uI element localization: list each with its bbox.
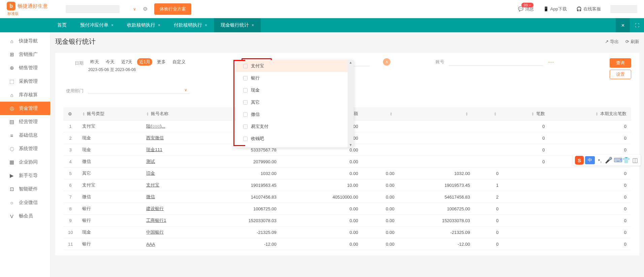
- ime-lang-badge[interactable]: 中: [585, 156, 595, 164]
- sort-icon[interactable]: ▲▼: [494, 112, 496, 116]
- dropdown-option[interactable]: 其它: [236, 96, 348, 108]
- sidebar-item[interactable]: ⊕销售管理: [0, 61, 50, 75]
- app-download-button[interactable]: 📱 App下载: [543, 6, 567, 12]
- account-link[interactable]: 陆(○○○)...: [146, 124, 165, 129]
- account-link[interactable]: 建设银行: [146, 206, 164, 211]
- account-link[interactable]: 中国银行: [146, 230, 164, 235]
- sidebar-item[interactable]: V畅会员: [0, 209, 50, 223]
- tab[interactable]: 收款核销执行×: [120, 18, 167, 32]
- checkbox[interactable]: [243, 137, 248, 141]
- dropdown-option[interactable]: 微信: [236, 108, 348, 120]
- sogou-ime-icon[interactable]: S: [575, 156, 584, 165]
- sidebar-item[interactable]: ▤经营管理: [0, 115, 50, 129]
- dept-select[interactable]: ∨: [88, 86, 189, 94]
- collapse-button[interactable]: ∧: [383, 58, 390, 66]
- scroll-down-arrow[interactable]: ▼: [349, 143, 352, 147]
- account-link[interactable]: 旧金: [146, 171, 155, 176]
- sort-icon[interactable]: ▲▼: [595, 112, 598, 116]
- ime-voice-icon[interactable]: 🎤: [605, 157, 612, 164]
- account-link[interactable]: 工商银行1: [146, 218, 166, 223]
- sidebar-item[interactable]: ○企业微信: [0, 196, 50, 209]
- tab-close-icon[interactable]: ×: [252, 23, 254, 28]
- tab-close-icon[interactable]: ×: [158, 23, 160, 28]
- dropdown-option[interactable]: 现金: [236, 84, 348, 96]
- sidebar-item[interactable]: ◎资金管理: [0, 102, 50, 115]
- sort-icon[interactable]: ▲▼: [82, 112, 85, 116]
- dropdown-option[interactable]: 银行: [236, 72, 348, 84]
- column-header[interactable]: ▲▼: [475, 107, 504, 120]
- sidebar-label: 智能硬件: [19, 186, 38, 192]
- date-chip[interactable]: 近1月: [137, 58, 152, 66]
- checkbox[interactable]: [243, 112, 248, 117]
- column-header[interactable]: ▲▼: [363, 107, 399, 120]
- account-input[interactable]: [449, 58, 543, 66]
- account-link[interactable]: 支付宝: [146, 182, 159, 187]
- trial-button[interactable]: 体验行业方案: [154, 3, 191, 15]
- settings-button[interactable]: 设置: [610, 70, 631, 79]
- sidebar-item[interactable]: ▶新手引导: [0, 169, 50, 182]
- sidebar-item[interactable]: ▦企业协同: [0, 155, 50, 169]
- sidebar-item[interactable]: ⌂快捷导航: [0, 34, 50, 48]
- checkbox[interactable]: [243, 88, 248, 93]
- column-header[interactable]: ▲▼笔数: [503, 107, 549, 120]
- tab[interactable]: 首页: [51, 18, 73, 32]
- date-chip[interactable]: 近7天: [119, 58, 134, 66]
- column-header[interactable]: ▲▼: [399, 107, 475, 120]
- sidebar-item[interactable]: ◌系统管理: [0, 142, 50, 155]
- checkbox[interactable]: [243, 100, 248, 105]
- query-button[interactable]: 查询: [610, 58, 631, 68]
- sidebar-item[interactable]: ≡基础信息: [0, 129, 50, 142]
- account-link[interactable]: 西安微信: [146, 135, 164, 140]
- sidebar-item[interactable]: ⌂库存核算: [0, 88, 50, 102]
- fullscreen-button[interactable]: ⛶: [630, 18, 644, 32]
- ime-keyboard-icon[interactable]: ⌨: [614, 157, 621, 164]
- account-link[interactable]: 微信: [146, 194, 155, 199]
- table-settings-icon[interactable]: ⚙: [68, 111, 72, 116]
- date-chip[interactable]: 昨天: [88, 58, 101, 66]
- customer-service-button[interactable]: 🎧 在线客服: [576, 6, 601, 12]
- scroll-up-arrow[interactable]: ▲: [349, 61, 352, 64]
- dropdown-option[interactable]: 易宝支付: [236, 120, 348, 133]
- tab[interactable]: 预付冲应付单×: [73, 18, 120, 32]
- ime-skin-icon[interactable]: 👕: [622, 157, 630, 164]
- tab[interactable]: 付款核销执行×: [167, 18, 214, 32]
- ime-punct-icon[interactable]: •,: [596, 157, 604, 164]
- dropdown-option[interactable]: 长沙银行: [236, 145, 348, 147]
- sort-icon[interactable]: ▲▼: [146, 112, 149, 116]
- dropdown-option[interactable]: 支付宝: [236, 60, 348, 72]
- sort-icon[interactable]: ▲▼: [532, 112, 534, 116]
- date-chip[interactable]: 今天: [104, 58, 117, 66]
- tab[interactable]: 现金银行统计×: [214, 18, 261, 32]
- ime-toolbox-icon[interactable]: ◫: [631, 157, 639, 164]
- sidebar-item[interactable]: ⊡智能硬件: [0, 182, 50, 196]
- messages-button[interactable]: 💬 消息 99 +: [518, 6, 534, 12]
- close-tab-button[interactable]: ✕: [616, 18, 630, 32]
- account-link[interactable]: 测试: [146, 159, 155, 164]
- tab-close-icon[interactable]: ×: [205, 23, 207, 28]
- sidebar-item[interactable]: ⊞营销推广: [0, 48, 50, 61]
- dropdown-scrollbar[interactable]: ▲ ▼: [348, 60, 354, 147]
- dropdown-option[interactable]: 收钱吧: [236, 133, 348, 145]
- sort-icon[interactable]: ▲▼: [465, 112, 468, 116]
- user-avatar[interactable]: [610, 5, 637, 13]
- date-chip[interactable]: 更多: [155, 58, 168, 66]
- more-filters-button[interactable]: ⋯: [548, 58, 555, 66]
- sidebar-item[interactable]: ⬚采购管理: [0, 75, 50, 88]
- date-chip[interactable]: 自定义: [170, 58, 188, 66]
- settings-gear-icon[interactable]: ⚙: [143, 6, 148, 12]
- column-header[interactable]: ▲▼账号名称: [141, 107, 205, 120]
- column-header[interactable]: ▲▼账号类型: [77, 107, 141, 120]
- account-link[interactable]: 现金111: [146, 147, 162, 152]
- org-selector[interactable]: ∨: [66, 5, 136, 13]
- checkbox[interactable]: [243, 125, 248, 129]
- export-button[interactable]: ↗导出: [605, 39, 619, 45]
- checkbox[interactable]: [243, 64, 248, 68]
- sidebar-icon: ◌: [9, 146, 15, 152]
- account-link[interactable]: AAA: [146, 242, 155, 247]
- column-header[interactable]: ▲▼本期支出笔数: [550, 107, 631, 120]
- tab-close-icon[interactable]: ×: [111, 23, 114, 28]
- sidebar-label: 销售管理: [19, 65, 38, 71]
- sort-icon[interactable]: ▲▼: [390, 112, 392, 116]
- refresh-button[interactable]: ⟳刷新: [625, 39, 639, 45]
- checkbox[interactable]: [243, 76, 248, 80]
